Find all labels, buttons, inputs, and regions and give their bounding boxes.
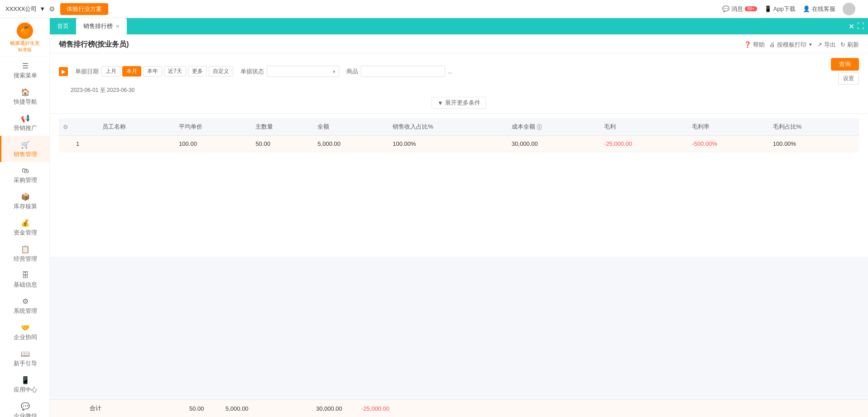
date-range-text: 2023-06-01 至 2023-06-30	[71, 87, 134, 93]
date-btn-last-month[interactable]: 上月	[101, 66, 120, 77]
export-button[interactable]: ↗ 导出	[817, 41, 836, 49]
status-filter-label: 单据状态	[240, 67, 264, 76]
filter-toggle-icon[interactable]: ▶	[59, 67, 68, 76]
export-label: 导出	[824, 41, 836, 49]
sidebar-item-system[interactable]: ⚙ 系统管理	[0, 292, 49, 319]
expand-row: ▼ 展开更多条件	[59, 97, 859, 109]
th-gross-rate: 毛利率	[688, 118, 769, 136]
page-header: 销售排行榜(按业务员) ❓ 帮助 🖨 按模板打印 ▼ ↗ 导出	[50, 34, 868, 53]
status-select[interactable]	[267, 66, 339, 77]
sidebar-label-quick-nav: 快捷导航	[14, 98, 37, 106]
sidebar-label-marketing: 营销推广	[14, 124, 37, 132]
sidebar-label-sales: 销售管理	[14, 150, 37, 158]
app-center-icon: 📱	[21, 376, 30, 384]
sidebar-item-purchase[interactable]: 🛍 采购管理	[0, 162, 49, 188]
table-footer: 合计 50.00 5,000.00 30,000.00 -25,000.00	[50, 399, 868, 417]
guide-icon: 📖	[21, 350, 30, 358]
company-name: XXXXX公司	[5, 5, 37, 13]
quick-nav-icon: 🏠	[21, 88, 30, 96]
filter-row: ▶ 单据日期 上月 本月 本年 近7天 更多 自定义	[59, 58, 859, 85]
content-area: 首页 销售排行榜 ✕ ✕ ⛶ 销售排行榜(按业务员) ❓ 帮助	[50, 18, 868, 417]
sidebar-item-finance[interactable]: 💰 资金管理	[0, 214, 49, 240]
trial-button[interactable]: 体验行业方案	[60, 3, 108, 15]
app-icon: 📱	[764, 5, 772, 12]
logo-icon: 🍊	[17, 23, 33, 39]
avatar[interactable]	[843, 3, 855, 15]
print-button[interactable]: 🖨 按模板打印 ▼	[769, 41, 813, 49]
th-sales-pct: 销售收入占比%	[389, 118, 508, 136]
sidebar-item-sales[interactable]: 🛒 销售管理	[0, 136, 49, 162]
query-button[interactable]: 查询	[831, 58, 859, 71]
goods-filter-group: 商品 ...	[346, 66, 452, 77]
export-icon: ↗	[817, 41, 822, 48]
footer-quantity: 50.00	[186, 405, 222, 412]
sidebar-item-basic-info[interactable]: 🗄 基础信息	[0, 267, 49, 292]
logo-text: 畅康通好生意	[10, 40, 40, 47]
footer-gross: -25,000.00	[358, 405, 403, 412]
row-gross: -25,000.00	[600, 136, 689, 152]
service-icon: 👤	[803, 5, 810, 12]
online-service-btn[interactable]: 👤 在线客服	[803, 5, 835, 13]
date-btn-custom[interactable]: 自定义	[209, 66, 233, 77]
message-label: 消息	[731, 5, 743, 13]
tab-close-all-icon[interactable]: ✕	[849, 22, 854, 31]
sidebar-label-wechat: 企业微信	[14, 412, 37, 417]
company-selector[interactable]: XXXXX公司 ▼	[5, 5, 45, 13]
expand-conditions-button[interactable]: ▼ 展开更多条件	[432, 97, 486, 109]
row-gross-pct: 100.00%	[769, 136, 859, 152]
print-label: 按模板打印	[777, 41, 806, 49]
sidebar-item-quick-nav[interactable]: 🏠 快捷导航	[0, 83, 49, 110]
goods-input[interactable]	[361, 66, 445, 77]
sidebar-item-wechat[interactable]: 💬 企业微信	[0, 398, 49, 417]
messages-btn[interactable]: 💬 消息 99+	[722, 5, 757, 13]
row-amount: 5,000.00	[314, 136, 389, 152]
refresh-label: 刷新	[847, 41, 859, 49]
date-btn-more[interactable]: 更多	[188, 66, 207, 77]
sidebar-label-guide: 新手引导	[14, 359, 37, 368]
th-quantity: 主数量	[252, 118, 314, 136]
help-button[interactable]: ❓ 帮助	[744, 41, 765, 49]
th-settings[interactable]: ⚙	[59, 118, 72, 136]
row-settings	[59, 136, 72, 152]
more-filter-icon[interactable]: ...	[448, 68, 452, 75]
expand-icon: ▼	[437, 100, 443, 106]
sidebar-label-inventory: 库存核算	[14, 202, 37, 211]
footer-amount: 5,000.00	[222, 405, 267, 412]
date-btn-this-month[interactable]: 本月	[122, 66, 141, 77]
sidebar-item-guide[interactable]: 📖 新手引导	[0, 345, 49, 371]
date-btn-7days[interactable]: 近7天	[164, 66, 186, 77]
th-amount: 全额	[314, 118, 389, 136]
service-label: 在线客服	[812, 5, 835, 13]
refresh-icon: ↻	[840, 41, 845, 48]
close-tab-icon[interactable]: ✕	[115, 24, 120, 29]
purchase-icon: 🛍	[22, 167, 29, 175]
right-action-group: 查询 设置	[831, 58, 859, 85]
filter-bar: ▶ 单据日期 上月 本月 本年 近7天 更多 自定义	[50, 53, 868, 114]
tab-maximize-icon[interactable]: ⛶	[857, 22, 864, 30]
sidebar-item-operations[interactable]: 📋 经营管理	[0, 240, 49, 267]
refresh-button[interactable]: ↻ 刷新	[840, 41, 859, 49]
header-settings-icon[interactable]: ⚙	[49, 5, 55, 13]
date-buttons: 上月 本月 本年 近7天 更多 自定义	[101, 66, 233, 77]
chevron-down-icon: ▼	[39, 5, 45, 12]
logo-sub: 标准版	[18, 47, 32, 53]
sidebar-item-marketing[interactable]: 📢 营销推广	[0, 110, 49, 136]
sidebar-item-cooperation[interactable]: 🤝 企业协同	[0, 319, 49, 345]
date-btn-this-year[interactable]: 本年	[143, 66, 162, 77]
sidebar-label-finance: 资金管理	[14, 229, 37, 237]
sidebar-item-inventory[interactable]: 📦 库存核算	[0, 188, 49, 214]
tab-sales-rank[interactable]: 销售排行榜 ✕	[76, 18, 127, 34]
sidebar-label-search-order: 搜索菜单	[14, 72, 37, 80]
top-right: 💬 消息 99+ 📱 App下载 👤 在线客服	[722, 3, 863, 15]
app-download-btn[interactable]: 📱 App下载	[764, 5, 796, 13]
sidebar-label-app-center: 应用中心	[14, 386, 37, 394]
help-label: 帮助	[753, 41, 765, 49]
basic-info-icon: 🗄	[22, 271, 29, 279]
sidebar-item-search-order[interactable]: ☰ 搜索菜单	[0, 57, 49, 83]
table-spacer	[50, 257, 868, 400]
wechat-icon: 💬	[21, 402, 30, 411]
tab-home-label: 首页	[57, 22, 69, 30]
tab-home[interactable]: 首页	[50, 18, 76, 34]
sidebar-item-app-center[interactable]: 📱 应用中心	[0, 371, 49, 398]
settings-side-button[interactable]: 设置	[838, 72, 859, 85]
